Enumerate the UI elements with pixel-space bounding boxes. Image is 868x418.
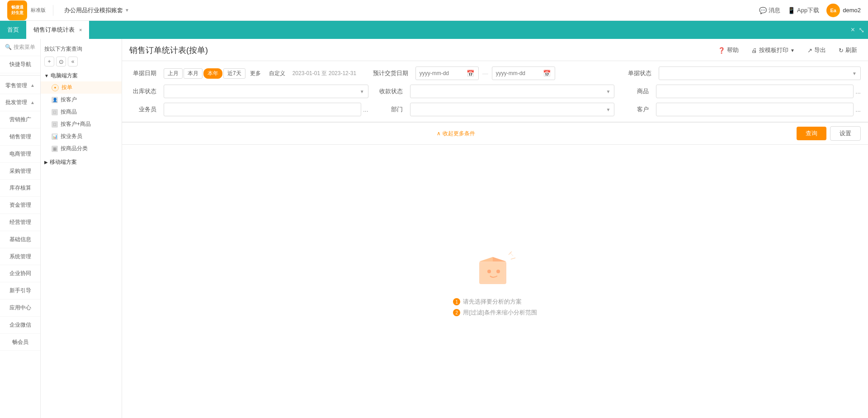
sidebar-item-retail[interactable]: 零售管理 ▲ [0,77,40,95]
top-nav-left: 畅捷通 好生意 标准版 办公用品行业模拟账套 ▼ [7,0,133,20]
svg-marker-3 [493,257,506,261]
bill-status-select[interactable]: ▼ [659,66,861,80]
tab-sales-report[interactable]: 销售订单统计表 × [26,21,89,39]
help-icon: ❓ [718,47,725,54]
message-icon: 💬 [759,7,767,14]
expected-date-end-input[interactable] [496,70,541,76]
app-selector[interactable]: 办公用品行业模拟账套 ▼ [61,5,133,16]
print-icon: 🖨 [751,47,757,54]
user-menu[interactable]: Ea demo2 [826,4,861,17]
scheme-section-mobile[interactable]: ▶ 移动端方案 [41,157,122,168]
salesman-more-btn[interactable]: ... [363,106,368,113]
collapse-scheme-button[interactable]: « [68,57,78,66]
scheme-item-by-order[interactable]: ● 按单 [41,81,122,94]
collapse-bar[interactable]: ∧ 收起更多条件 [122,126,789,141]
customer-product-icon: □ [52,121,58,128]
settings-button[interactable]: 设置 [830,126,861,141]
sidebar-item-purchase[interactable]: 采购管理 [0,163,40,180]
last-7days-btn[interactable]: 近7天 [223,68,245,79]
customer-more-btn[interactable]: ... [855,106,861,113]
last-month-btn[interactable]: 上月 [164,68,183,79]
empty-svg [470,248,520,289]
scheme-item-by-customer[interactable]: 👤 按客户 [41,94,122,106]
salesman-group: ... [164,103,368,116]
order-icon: ● [52,84,59,91]
chevron-down-icon: ▼ [606,89,610,94]
sidebar-item-system[interactable]: 系统管理 [0,248,40,266]
scheme-item-by-category[interactable]: ▦ 按商品分类 [41,142,122,155]
tab-close-icon[interactable]: × [79,27,82,33]
expected-date-start-input[interactable] [420,70,465,76]
top-nav: 畅捷通 好生意 标准版 办公用品行业模拟账套 ▼ 💬 消息 📱 App下载 Ea… [0,0,868,21]
sidebar-item-corpwechat[interactable]: 企业微信 [0,317,40,334]
this-year-btn[interactable]: 本年 [203,68,222,79]
scheme-panel-title: 按以下方案查询 [44,45,82,53]
app-download-button[interactable]: 📱 App下载 [788,6,819,14]
salesman-select[interactable] [164,103,361,116]
page-header: 销售订单统计表(按单) ❓ 帮助 🖨 按模板打印 ▼ ↗ 导出 [122,39,868,61]
sidebar-item-inventory[interactable]: 库存核算 [0,180,40,197]
sidebar-item-operations[interactable]: 经营管理 [0,214,40,231]
help-button[interactable]: ❓ 帮助 [714,44,742,56]
customer-group: ... [656,103,861,116]
sidebar-item-marketing[interactable]: 营销推广 [0,111,40,128]
sidebar-item-enterprise[interactable]: 企业协同 [0,265,40,282]
sidebar-item-appcenter[interactable]: 应用中心 [0,299,40,317]
payment-status-select[interactable]: ▼ [410,85,615,98]
maximize-window-button[interactable]: ⤡ [859,26,864,34]
scheme-item-by-product[interactable]: □ 按商品 [41,106,122,118]
customer-select[interactable] [656,103,854,116]
goods-select[interactable] [656,85,854,98]
goods-more-btn[interactable]: ... [855,88,861,95]
department-select[interactable]: ▼ [410,103,615,116]
avatar: Ea [826,4,840,17]
calendar-icon[interactable]: 📅 [467,70,474,77]
salesman-label: 业务员 [129,105,156,114]
message-button[interactable]: 💬 消息 [759,6,780,14]
scheme-item-by-salesman[interactable]: 📊 按业务员 [41,130,122,142]
expected-date-label: 预计交货日期 [373,69,408,77]
customer-label: 客户 [622,105,649,114]
date-buttons: 上月 本月 本年 近7天 更多 自定义 [164,68,289,79]
goods-group: ... [656,85,861,98]
template-print-button[interactable]: 🖨 按模板打印 ▼ [748,44,798,56]
main-panel: 销售订单统计表(按单) ❓ 帮助 🖨 按模板打印 ▼ ↗ 导出 [122,39,868,418]
export-button[interactable]: ↗ 导出 [804,44,830,56]
expected-date-end[interactable]: 📅 [492,66,555,80]
tab-bar-actions: × ⤡ [851,21,868,39]
sidebar-item-newuser[interactable]: 新手引导 [0,282,40,299]
svg-point-4 [487,270,491,273]
sidebar-item-sales[interactable]: 销售管理 [0,128,40,146]
calendar-icon-end[interactable]: 📅 [543,70,551,77]
tab-home[interactable]: 首页 [0,21,26,39]
expected-date-start[interactable]: 📅 [415,66,479,80]
more-date-btn[interactable]: 更多 [246,69,264,78]
main-layout: 🔍 搜索菜单 快捷导航 零售管理 ▲ 批发管理 ▲ 营销推广 销售管理 电商管理… [0,39,868,418]
sidebar-item-ecommerce[interactable]: 电商管理 [0,146,40,163]
scheme-section-pc[interactable]: ▼ 电脑端方案 [41,70,122,81]
edit-scheme-button[interactable]: ⊙ [56,57,66,66]
close-window-button[interactable]: × [851,26,855,34]
query-button[interactable]: 查询 [797,127,826,140]
date-separator: — [481,70,490,77]
sidebar-shortcut[interactable]: 快捷导航 [0,56,40,73]
empty-box-container [468,243,522,289]
chevron-down-icon: ▼ [852,71,857,76]
scheme-item-by-customer-product[interactable]: □ 按客户+商品 [41,118,122,130]
sidebar-item-wholesale[interactable]: 批发管理 ▲ [0,94,40,111]
product-icon: □ [52,109,58,115]
refresh-button[interactable]: ↻ 刷新 [835,44,861,56]
this-month-btn[interactable]: 本月 [184,68,203,79]
custom-date-btn[interactable]: 自定义 [265,69,289,78]
date-label: 单据日期 [129,69,156,77]
sidebar-item-basic[interactable]: 基础信息 [0,231,40,248]
hint-text-2: 用[过滤]条件来缩小分析范围 [463,309,537,317]
sidebar-search[interactable]: 🔍 搜索菜单 [0,39,40,56]
sidebar-item-member[interactable]: 畅会员 [0,334,40,351]
add-scheme-button[interactable]: + [44,57,54,66]
chevron-icon: ▲ [30,82,35,89]
sidebar: 🔍 搜索菜单 快捷导航 零售管理 ▲ 批发管理 ▲ 营销推广 销售管理 电商管理… [0,39,41,418]
delivery-status-select[interactable]: ▼ [164,85,368,98]
sidebar-divider-1 [0,75,40,76]
sidebar-item-finance[interactable]: 资金管理 [0,197,40,214]
